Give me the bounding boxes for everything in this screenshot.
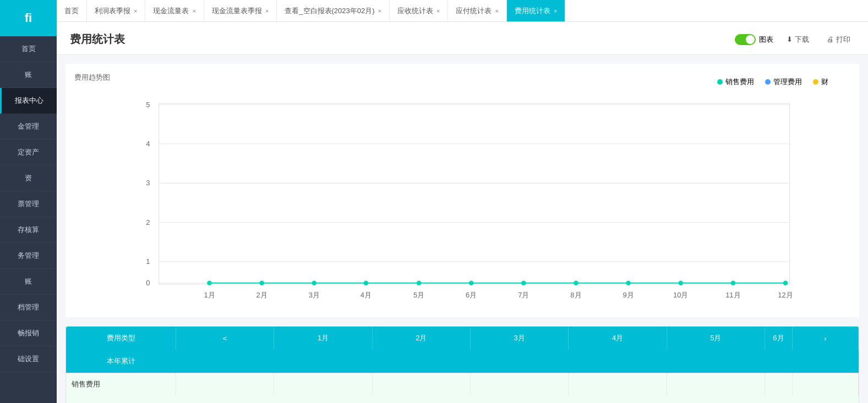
download-button[interactable]: ⬇ 下载 — [782, 32, 814, 47]
tab-close-payable[interactable]: × — [495, 8, 498, 14]
th-next-nav[interactable]: › — [793, 327, 859, 350]
th-type-label: 费用类型 — [107, 333, 135, 343]
chart-point — [731, 280, 736, 285]
sidebar-item-archive-mgmt[interactable]: 档管理 — [0, 295, 57, 321]
svg-rect-12 — [159, 103, 790, 284]
th-type: 费用类型 — [66, 327, 176, 350]
legend-mgmt: 管理费用 — [765, 77, 802, 87]
sidebar-item-settings[interactable]: 础设置 — [0, 346, 57, 372]
chart-toggle[interactable] — [735, 34, 756, 45]
legend-dot-finance — [813, 79, 818, 85]
chart-point — [678, 280, 683, 285]
th-month6-label: 6月 — [773, 333, 784, 343]
td-empty — [176, 373, 274, 395]
table-row: 销售费用 — [66, 373, 859, 403]
th-prev-nav[interactable]: < — [176, 327, 274, 350]
th-month1-label: 1月 — [318, 333, 329, 343]
td-nav-empty — [793, 373, 859, 395]
tab-close-cashflow[interactable]: × — [192, 8, 195, 14]
svg-text:3: 3 — [146, 179, 150, 187]
chart-point — [469, 280, 474, 285]
chart-point — [259, 280, 264, 285]
tab-expense[interactable]: 费用统计表 × — [507, 0, 565, 21]
sidebar-item-home[interactable]: 首页 — [0, 36, 57, 62]
sidebar-item-investment[interactable]: 资 — [0, 165, 57, 191]
legend-label-sales: 销售费用 — [725, 77, 754, 87]
chart-area: 5 4 3 2 1 0 — [74, 87, 850, 308]
th-month4-label: 4月 — [612, 333, 623, 343]
tab-receivable[interactable]: 应收统计表 × — [390, 0, 448, 21]
chart-point — [364, 280, 369, 285]
legend-finance: 财 — [813, 77, 828, 87]
tab-profit[interactable]: 利润表季报 × — [87, 0, 145, 21]
svg-text:5: 5 — [146, 101, 150, 109]
chart-toggle-label: 图表 — [759, 35, 773, 45]
expense-table: 费用类型 < 1月 2月 3月 4月 5月 — [65, 326, 859, 403]
tab-blank-report[interactable]: 查看_空白报表(2023年02月) × — [277, 0, 390, 21]
svg-text:9月: 9月 — [623, 291, 634, 299]
sidebar-item-inventory[interactable]: 存核算 — [0, 217, 57, 243]
print-button[interactable]: 🖨 打印 — [822, 32, 855, 47]
th-month5: 5月 — [667, 327, 765, 350]
tab-home[interactable]: 首页 — [57, 0, 87, 21]
td-type: 销售费用 — [66, 373, 176, 395]
sidebar-item-fixed-assets[interactable]: 定资产 — [0, 140, 57, 165]
tab-payable[interactable]: 应付统计表 × — [448, 0, 506, 21]
tab-cashflow-quarter[interactable]: 现金流量表季报 × — [204, 0, 277, 21]
chart-point — [207, 280, 212, 285]
tab-close-cashflow-quarter[interactable]: × — [265, 8, 269, 14]
sidebar-item-service-mgmt[interactable]: 务管理 — [0, 243, 57, 269]
print-label: 打印 — [836, 35, 850, 45]
td-m4 — [569, 373, 667, 395]
svg-text:7月: 7月 — [518, 291, 529, 299]
download-icon: ⬇ — [787, 35, 793, 43]
th-month2: 2月 — [373, 327, 471, 350]
prev-nav-icon[interactable]: < — [223, 334, 227, 343]
legend-sales: 销售费用 — [717, 77, 754, 87]
tab-close-blank-report[interactable]: × — [378, 8, 381, 14]
th-month1: 1月 — [274, 327, 372, 350]
th-month3: 3月 — [471, 327, 569, 350]
th-month2-label: 2月 — [416, 333, 427, 343]
chart-container: 费用趋势图 销售费用 管理费用 财 — [65, 64, 859, 317]
sidebar-logo: fi — [0, 0, 57, 36]
td-m6 — [765, 373, 793, 395]
legend-dot-sales — [717, 79, 723, 85]
page-title: 费用统计表 — [70, 32, 125, 47]
sidebar-item-expense-report[interactable]: 畅报销 — [0, 321, 57, 346]
chart-point — [783, 280, 788, 285]
td-m2 — [373, 373, 471, 395]
next-nav-icon[interactable]: › — [824, 334, 826, 343]
page-header: 费用统计表 图表 ⬇ 下载 🖨 打印 — [57, 22, 868, 55]
tab-close-expense[interactable]: × — [554, 8, 557, 14]
chart-point — [417, 280, 422, 285]
tab-close-receivable[interactable]: × — [436, 8, 440, 14]
sidebar-item-account[interactable]: 账 — [0, 62, 57, 88]
chart-toggle-wrap: 图表 — [735, 34, 773, 45]
legend-dot-mgmt — [765, 79, 771, 85]
svg-text:11月: 11月 — [725, 291, 740, 299]
chart-point — [626, 280, 631, 285]
td-ytd — [66, 395, 176, 403]
td-m1 — [274, 373, 372, 395]
svg-text:8月: 8月 — [570, 291, 581, 299]
svg-text:0: 0 — [146, 279, 150, 287]
th-month4: 4月 — [569, 327, 667, 350]
legend-label-finance: 财 — [821, 77, 828, 87]
sidebar-item-fund-mgmt[interactable]: 金管理 — [0, 114, 57, 140]
svg-text:1月: 1月 — [204, 291, 215, 299]
tab-close-profit[interactable]: × — [134, 8, 137, 14]
sidebar: fi 首页 账 报表中心 金管理 定资产 资 票管理 存核算 务管理 账 档管理… — [0, 0, 57, 403]
main-area: 首页 利润表季报 × 现金流量表 × 现金流量表季报 × 查看_空白报表(202… — [57, 0, 868, 403]
svg-text:6月: 6月 — [466, 291, 477, 299]
th-month3-label: 3月 — [514, 333, 525, 343]
chart-legend: 销售费用 管理费用 财 — [717, 77, 828, 87]
download-label: 下载 — [795, 35, 809, 45]
th-ytd-label: 本年累计 — [107, 356, 135, 366]
sidebar-item-report-center[interactable]: 报表中心 — [0, 88, 57, 114]
tab-cashflow[interactable]: 现金流量表 × — [145, 0, 204, 21]
content-area: 费用统计表 图表 ⬇ 下载 🖨 打印 费用趋势图 — [57, 22, 868, 403]
chart-svg: 5 4 3 2 1 0 — [74, 87, 850, 307]
sidebar-item-ticket-mgmt[interactable]: 票管理 — [0, 191, 57, 217]
sidebar-item-debt[interactable]: 账 — [0, 269, 57, 295]
